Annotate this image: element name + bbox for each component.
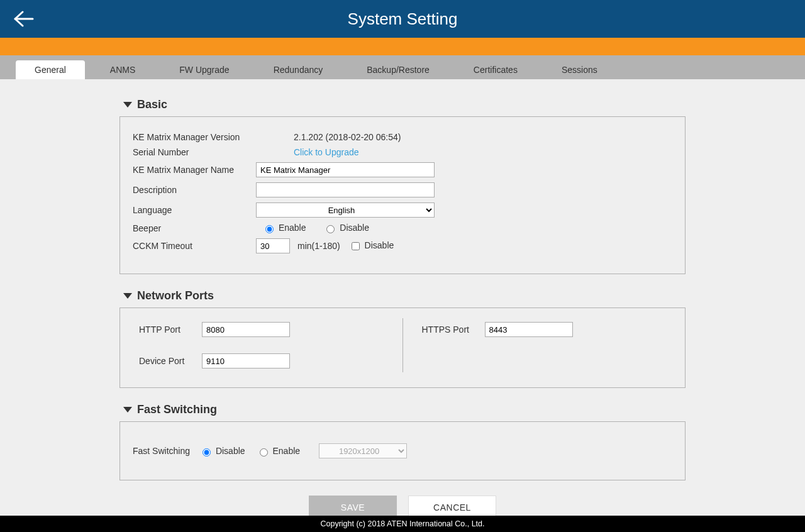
chevron-down-icon: [123, 293, 132, 299]
section-network-title: Network Ports: [137, 289, 214, 302]
section-fast-header[interactable]: Fast Switching: [119, 403, 686, 416]
fast-disable-option[interactable]: Disable: [199, 446, 245, 457]
action-buttons: SAVE CANCEL: [119, 496, 686, 516]
save-button[interactable]: SAVE: [309, 496, 397, 516]
cancel-button[interactable]: CANCEL: [408, 496, 496, 516]
back-button[interactable]: [11, 6, 36, 31]
tab-sessions[interactable]: Sessions: [543, 60, 616, 79]
fast-disable-radio[interactable]: [203, 448, 211, 457]
tab-general[interactable]: General: [16, 60, 85, 79]
content-scroll[interactable]: Basic KE Matrix Manager Version 2.1.202 …: [0, 79, 805, 516]
http-port-input[interactable]: [202, 322, 290, 337]
version-label: KE Matrix Manager Version: [133, 132, 256, 142]
upgrade-link[interactable]: Click to Upgrade: [294, 147, 359, 157]
vertical-divider: [402, 318, 403, 372]
section-fast-title: Fast Switching: [137, 403, 217, 416]
device-port-input[interactable]: [202, 353, 290, 369]
timeout-input[interactable]: [256, 238, 290, 253]
device-port-label: Device Port: [139, 356, 202, 366]
section-network-header[interactable]: Network Ports: [119, 289, 686, 302]
copyright-text: Copyright (c) 2018 ATEN International Co…: [320, 519, 484, 528]
timeout-hint: min(1-180): [297, 241, 340, 251]
beeper-label: Beeper: [133, 223, 256, 233]
content-inner: Basic KE Matrix Manager Version 2.1.202 …: [119, 79, 686, 516]
fast-resolution-select[interactable]: 1920x1200: [319, 443, 407, 458]
beeper-disable-option[interactable]: Disable: [323, 223, 369, 233]
tab-certificates[interactable]: Certificates: [455, 60, 536, 79]
tab-anms[interactable]: ANMS: [91, 60, 154, 79]
description-label: Description: [133, 185, 256, 195]
page-title: System Setting: [348, 9, 458, 29]
section-basic-title: Basic: [137, 98, 167, 111]
panel-basic: KE Matrix Manager Version 2.1.202 (2018-…: [119, 116, 686, 274]
panel-fast: Fast Switching Disable Enable 1920x1200: [119, 421, 686, 480]
fast-switching-label: Fast Switching: [133, 446, 199, 456]
language-select[interactable]: English: [256, 202, 435, 218]
description-input[interactable]: [256, 182, 435, 197]
timeout-disable-option[interactable]: Disable: [349, 240, 394, 252]
beeper-enable-option[interactable]: Enable: [262, 223, 308, 233]
http-port-label: HTTP Port: [139, 324, 202, 335]
manager-name-label: KE Matrix Manager Name: [133, 165, 256, 175]
serial-label: Serial Number: [133, 147, 256, 157]
beeper-enable-radio[interactable]: [265, 225, 274, 233]
version-value: 2.1.202 (2018-02-20 06:54): [294, 132, 401, 142]
language-label: Language: [133, 205, 256, 215]
chevron-down-icon: [123, 407, 132, 413]
fast-enable-radio[interactable]: [260, 448, 268, 457]
top-header: System Setting: [0, 0, 805, 38]
panel-network: HTTP Port Device Port HTTPS Port: [119, 308, 686, 388]
timeout-label: CCKM Timeout: [133, 241, 256, 251]
chevron-down-icon: [123, 102, 132, 108]
tab-fw-upgrade[interactable]: FW Upgrade: [160, 60, 248, 79]
beeper-disable-radio[interactable]: [326, 225, 335, 233]
tab-bar: General ANMS FW Upgrade Redundancy Backu…: [0, 55, 805, 79]
https-port-input[interactable]: [485, 322, 573, 337]
section-basic-header[interactable]: Basic: [119, 98, 686, 111]
arrow-left-icon: [13, 9, 35, 28]
footer-bar: Copyright (c) 2018 ATEN International Co…: [0, 516, 805, 532]
tab-redundancy[interactable]: Redundancy: [255, 60, 342, 79]
manager-name-input[interactable]: [256, 162, 435, 177]
https-port-label: HTTPS Port: [422, 324, 485, 335]
timeout-disable-checkbox[interactable]: [352, 242, 360, 250]
accent-bar: [0, 38, 805, 55]
page-root: System Setting General ANMS FW Upgrade R…: [0, 0, 805, 532]
tab-backup-restore[interactable]: Backup/Restore: [348, 60, 448, 79]
fast-enable-option[interactable]: Enable: [257, 446, 300, 457]
